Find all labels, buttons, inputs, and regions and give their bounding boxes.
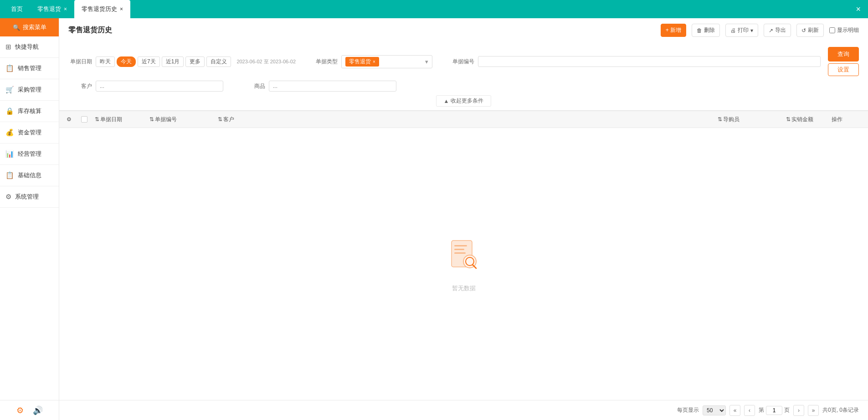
system-icon: ⚙ xyxy=(5,193,11,201)
tab-home[interactable]: 首页 xyxy=(4,0,30,18)
sidebar-nav: ⊞ 快捷导航 📋 销售管理 🛒 采购管理 🔒 库存核算 💰 资金管理 📊 xyxy=(0,36,59,400)
sidebar-bottom: ⚙ 🔊 xyxy=(0,400,59,420)
operation-icon: 📊 xyxy=(5,150,14,158)
delete-button[interactable]: 🗑 删除 xyxy=(692,24,720,37)
close-retail-return-tab[interactable]: × xyxy=(64,6,67,12)
date-range-display: 2023-06-02 至 2023-06-02 xyxy=(236,58,296,65)
th-amount[interactable]: ⇅ 实销金额 xyxy=(782,116,828,123)
settings-button[interactable]: 设置 xyxy=(828,63,859,76)
table-container: ⚙ ⇅ 单据日期 ⇅ 单据编号 ⇅ 客户 xyxy=(59,111,868,420)
purchase-icon: 🛒 xyxy=(5,86,14,94)
empty-icon xyxy=(443,236,484,277)
date-btn-yesterday[interactable]: 昨天 xyxy=(96,56,115,67)
sidebar: 🔍 搜索菜单 ⊞ 快捷导航 📋 销售管理 🛒 采购管理 🔒 库存核算 💰 xyxy=(0,18,59,420)
customer-input[interactable] xyxy=(96,81,223,92)
date-btn-today[interactable]: 今天 xyxy=(117,56,136,67)
customer-filter-label: 客户 xyxy=(68,82,96,90)
goods-input[interactable] xyxy=(269,81,396,92)
display-toggle-label[interactable]: 显示明细 xyxy=(829,26,859,34)
export-icon: ↗ xyxy=(769,27,773,34)
sidebar-item-finance[interactable]: 💰 资金管理 xyxy=(0,122,59,143)
bill-type-dropdown[interactable]: 零售退货 × ▾ xyxy=(341,55,432,68)
date-filter-label: 单据日期 xyxy=(68,58,96,66)
print-icon: 🖨 xyxy=(730,27,736,34)
page-indicator: 第 页 xyxy=(759,406,790,415)
table-area: ⚙ ⇅ 单据日期 ⇅ 单据编号 ⇅ 客户 xyxy=(59,111,868,400)
refresh-button[interactable]: ↺ 刷新 xyxy=(796,24,824,37)
toolbar: + 新增 🗑 删除 🖨 打印 ▾ ↗ 导出 ↺ xyxy=(661,24,859,37)
table-header: ⚙ ⇅ 单据日期 ⇅ 单据编号 ⇅ 客户 xyxy=(59,111,868,128)
quick-nav-icon: ⊞ xyxy=(5,43,11,51)
date-btn-custom[interactable]: 自定义 xyxy=(206,56,231,67)
page-input[interactable] xyxy=(766,406,782,415)
inventory-icon: 🔒 xyxy=(5,107,14,115)
print-chevron-icon: ▾ xyxy=(750,27,753,34)
bill-no-input[interactable] xyxy=(478,56,821,67)
bill-type-tag-close[interactable]: × xyxy=(373,59,375,64)
sidebar-item-inventory[interactable]: 🔒 库存核算 xyxy=(0,101,59,122)
tab-retail-return-history[interactable]: 零售退货历史 × xyxy=(74,0,130,18)
display-toggle-checkbox[interactable] xyxy=(829,27,835,33)
select-all-checkbox[interactable] xyxy=(81,116,87,123)
filter-area: 单据日期 昨天 今天 近7天 近1月 更多 自定义 2023-06-02 至 2… xyxy=(68,42,859,110)
basic-info-icon: 📋 xyxy=(5,171,14,179)
bill-type-label: 单据类型 xyxy=(314,58,341,66)
th-guide[interactable]: ⇅ 导购员 xyxy=(714,116,782,123)
th-date[interactable]: ⇅ 单据日期 xyxy=(91,116,146,123)
export-button[interactable]: ↗ 导出 xyxy=(764,24,791,37)
query-button[interactable]: 查询 xyxy=(828,47,859,61)
prev-page-button[interactable]: ‹ xyxy=(744,405,755,416)
sort-icon-amount: ⇅ xyxy=(786,116,791,123)
sidebar-item-operation[interactable]: 📊 经营管理 xyxy=(0,143,59,165)
window-close-button[interactable]: × xyxy=(856,5,861,14)
svg-rect-2 xyxy=(454,249,464,250)
date-btn-7days[interactable]: 近7天 xyxy=(138,56,160,67)
settings-col-icon: ⚙ xyxy=(67,116,72,123)
sidebar-item-quick-nav[interactable]: ⊞ 快捷导航 xyxy=(0,36,59,58)
sidebar-search-btn[interactable]: 🔍 搜索菜单 xyxy=(0,18,59,36)
bill-type-tag: 零售退货 × xyxy=(345,57,379,67)
th-action: 操作 xyxy=(828,116,864,123)
layout: 🔍 搜索菜单 ⊞ 快捷导航 📋 销售管理 🛒 采购管理 🔒 库存核算 💰 xyxy=(0,18,868,420)
per-page-select[interactable]: 50 100 200 xyxy=(703,405,726,415)
sort-icon: ⇅ xyxy=(95,116,99,123)
sidebar-item-purchase-mgmt[interactable]: 🛒 采购管理 xyxy=(0,79,59,101)
total-info: 共0页, 0条记录 xyxy=(822,406,859,414)
sidebar-item-basic-info[interactable]: 📋 基础信息 xyxy=(0,165,59,186)
refresh-icon: ↺ xyxy=(801,27,806,34)
sales-icon: 📋 xyxy=(5,64,14,72)
audio-bottom-icon[interactable]: 🔊 xyxy=(33,405,43,415)
delete-icon: 🗑 xyxy=(697,27,702,34)
finance-icon: 💰 xyxy=(5,128,14,137)
sidebar-item-sales-mgmt[interactable]: 📋 销售管理 xyxy=(0,58,59,79)
close-retail-return-history-tab[interactable]: × xyxy=(120,6,123,12)
collapse-filter-button[interactable]: ▲ 收起更多条件 xyxy=(436,95,492,107)
pagination: 每页显示 50 100 200 « ‹ 第 页 › » 共0页, 0条记录 xyxy=(59,400,868,420)
goods-filter-label: 商品 xyxy=(241,82,269,90)
print-button[interactable]: 🖨 打印 ▾ xyxy=(725,24,758,37)
th-customer[interactable]: ⇅ 客户 xyxy=(214,116,714,123)
th-checkbox[interactable] xyxy=(77,116,91,123)
th-settings[interactable]: ⚙ xyxy=(63,116,77,123)
date-btn-more[interactable]: 更多 xyxy=(185,56,205,67)
bill-type-dropdown-arrow: ▾ xyxy=(425,58,428,65)
search-icon: 🔍 xyxy=(13,24,20,31)
settings-bottom-icon[interactable]: ⚙ xyxy=(16,405,24,415)
next-page-button[interactable]: › xyxy=(793,405,804,416)
collapse-filter-row: ▲ 收起更多条件 xyxy=(68,95,859,107)
page-title-row: 零售退货历史 + 新增 🗑 删除 🖨 打印 ▾ ↗ 导出 xyxy=(68,24,859,37)
last-page-button[interactable]: » xyxy=(808,405,819,416)
date-btn-1month[interactable]: 近1月 xyxy=(162,56,184,67)
svg-rect-3 xyxy=(454,252,466,254)
collapse-up-icon: ▲ xyxy=(444,98,449,104)
tab-retail-return[interactable]: 零售退货 × xyxy=(30,0,74,18)
sidebar-item-system-mgmt[interactable]: ⚙ 系统管理 xyxy=(0,186,59,208)
date-filter-buttons: 昨天 今天 近7天 近1月 更多 自定义 2023-06-02 至 2023-0… xyxy=(96,56,296,67)
page-title: 零售退货历史 xyxy=(68,26,112,35)
sort-icon-guide: ⇅ xyxy=(718,116,722,123)
bill-no-label: 单据编号 xyxy=(451,58,478,66)
new-button[interactable]: + 新增 xyxy=(661,24,686,37)
first-page-button[interactable]: « xyxy=(729,405,740,416)
th-bill-no[interactable]: ⇅ 单据编号 xyxy=(146,116,214,123)
svg-rect-1 xyxy=(454,245,467,246)
